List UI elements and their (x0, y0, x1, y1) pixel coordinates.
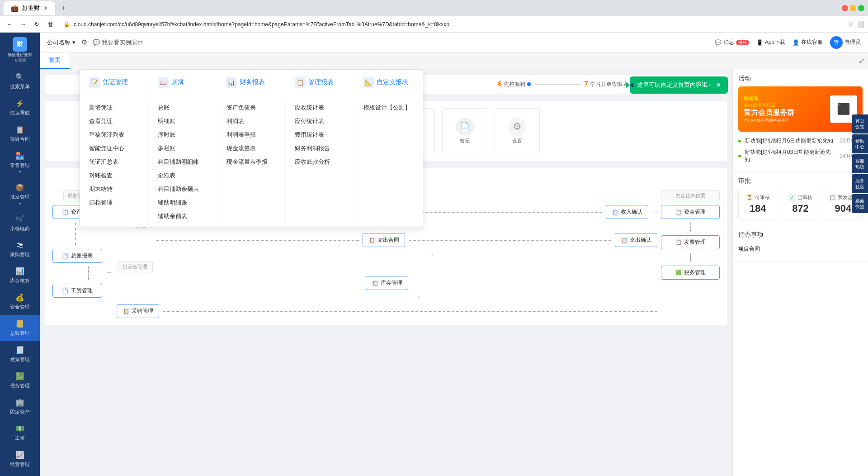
rqa-community[interactable]: 服务社区 (852, 174, 868, 193)
demo-button[interactable]: 💬 我要看实例演示 (93, 38, 143, 47)
wf-salary-mgmt[interactable]: 📋 工资管理 (52, 284, 102, 298)
sidebar-item-search[interactable]: 🔍 搜索菜单 (0, 68, 40, 95)
tab-home[interactable]: 首页 (40, 52, 70, 69)
menu-item-archive[interactable]: 归档管理 (89, 196, 139, 209)
menu-item-view-voucher[interactable]: 查看凭证 (89, 114, 139, 128)
wf-income-confirm[interactable]: 📋 收入确认 (606, 205, 648, 219)
menu-item-template-design[interactable]: 模板设计【公测】 (363, 101, 414, 114)
sidebar-item-project[interactable]: 📋 项目合同 (0, 121, 40, 147)
active-tab[interactable]: 💼 好业财 ✕ (4, 1, 55, 15)
pending-approval-card[interactable]: ⏳ 待审核 184 (738, 189, 777, 219)
address-bar[interactable]: 🔒 cloud.chanjet.com/cc/u6d89qwnryel/57bf… (58, 18, 846, 31)
menu-item-receivable-analysis[interactable]: 应收账款分析 (295, 155, 345, 169)
menu-item-balance[interactable]: 余额表 (158, 169, 208, 182)
menu-item-draft-voucher[interactable]: 草稿凭证列表 (89, 128, 139, 142)
win-close-btn[interactable] (842, 5, 848, 11)
menu-item-smart-voucher[interactable]: 智能凭证中心 (89, 142, 139, 155)
rqa-service[interactable]: 客服热线 (852, 154, 868, 173)
app-download-action[interactable]: 📱 App下载 (756, 38, 785, 46)
step-6-dot (527, 82, 531, 86)
menu-item-new-voucher[interactable]: 新增凭证 (89, 101, 139, 114)
menu-item-payable-stats[interactable]: 应付统计表 (295, 114, 345, 128)
bookmark-icon[interactable]: ☆ (848, 21, 854, 28)
menu-item-aux-detail[interactable]: 辅助明细账 (158, 196, 208, 209)
message-action[interactable]: 💬 消息 99+ (715, 38, 749, 46)
ecommerce-icon: 🛒 (15, 215, 24, 224)
sidebar-item-purchase[interactable]: 🛍 采购管理 (0, 237, 40, 262)
menu-item-cashflow[interactable]: 现金流量表 (226, 142, 277, 155)
wf-invoice-mgmt[interactable]: 📋 发票管理 (661, 235, 720, 249)
menu-item-period-end[interactable]: 期末结转 (89, 182, 139, 196)
procurement-icon: 📋 (123, 308, 130, 315)
activity-banner[interactable]: 畅捷通 享社群专享权益 官方会员服务群 7×15在线答题回答在最佳 ⬛ (738, 86, 863, 132)
back-btn[interactable]: ← (4, 19, 15, 30)
menu-item-profit-report[interactable]: 财务利润报告 (295, 142, 345, 155)
sidebar-item-assets[interactable]: 🏢 固定资产 (0, 394, 40, 420)
sidebar-item-retail[interactable]: 🏪 零售管理 ▾ (0, 147, 40, 179)
assets-icon: 🏢 (15, 398, 24, 407)
approved-count: 872 (786, 203, 815, 214)
win-min-btn[interactable] (850, 5, 856, 11)
mgmt-col-title[interactable]: 📋 管理报表 (295, 77, 345, 88)
wf-inventory[interactable]: 📋 库存管理 (366, 276, 408, 290)
menu-item-voucher-summary[interactable]: 凭证汇总表 (89, 155, 139, 169)
sidebar-item-funds[interactable]: 💰 资金管理 (0, 289, 40, 315)
nav-settings-icon[interactable]: ⚙ (81, 38, 87, 47)
company-selector[interactable]: 公司名称 ▾ (47, 38, 75, 47)
wf-fund-mgmt[interactable]: 📋 资金管理 (661, 205, 720, 219)
wf-ledger-report[interactable]: 📋 总账报表 (52, 249, 102, 263)
menu-item-receivable-stats[interactable]: 应收统计表 (295, 101, 345, 114)
tooltip-close-btn[interactable]: × (717, 81, 721, 89)
rqa-home-settings[interactable]: 首页设置 (852, 114, 868, 133)
icon-cell-settings[interactable]: ⚙ 设置 (495, 108, 540, 153)
menu-item-multi[interactable]: 多栏账 (158, 142, 208, 155)
online-service-action[interactable]: 👤 在线客服 (793, 38, 823, 46)
sidebar-item-inventory[interactable]: 📊 库存核算 (0, 262, 40, 289)
sidebar-item-invoice[interactable]: 🧾 发票管理 (0, 341, 40, 367)
menu-item-cashflow-quarterly[interactable]: 现金流量表季报 (226, 155, 277, 169)
menu-item-income[interactable]: 利润表 (226, 114, 277, 128)
wf-procurement[interactable]: 📋 采购管理 (117, 304, 159, 318)
sidebar-item-management[interactable]: 📈 经营管理 (0, 446, 40, 472)
voucher-col-title[interactable]: 📝 凭证管理 (89, 77, 140, 88)
approved-card[interactable]: ✓ 已审核 872 (781, 189, 820, 219)
icon-cell-4[interactable]: 📄 暂无 (442, 108, 487, 153)
wf-expense-confirm[interactable]: 📋 支出确认 (615, 233, 657, 247)
wf-tax-mgmt[interactable]: 💹 税务管理 (661, 266, 720, 280)
delete-btn[interactable]: 🗑 (44, 19, 56, 30)
wf-expense-contract[interactable]: 📋 支出合同 (363, 233, 405, 247)
finance-col-title[interactable]: 📊 财务报表 (226, 77, 277, 88)
sidebar-item-wholesale[interactable]: 📦 批发管理 ▾ (0, 179, 40, 210)
menu-item-balance-sheet[interactable]: 资产负债表 (226, 101, 277, 114)
new-tab-button[interactable]: + (57, 2, 70, 14)
menu-item-detail[interactable]: 明细账 (158, 114, 208, 128)
forward-btn[interactable]: → (17, 19, 29, 30)
rqa-help[interactable]: 帮助中心 (852, 134, 868, 153)
user-action[interactable]: 管 管理员 (830, 36, 861, 49)
sidebar-item-ecommerce[interactable]: 🛒 小畅电商 (0, 210, 40, 237)
custom-col-title[interactable]: 📐 自定义报表 (363, 77, 414, 88)
menu-item-subject-balance[interactable]: 科目辅助余额表 (158, 182, 208, 196)
extension-icon[interactable]: ⬜ (857, 21, 864, 28)
menu-item-expense-stats[interactable]: 费用统计表 (295, 128, 345, 142)
expand-icon[interactable]: ⤢ (859, 57, 864, 65)
menu-item-aux-balance[interactable]: 辅助余额表 (158, 209, 208, 223)
download-icon: 📱 (756, 39, 763, 46)
sidebar-item-ledger[interactable]: 📒 总账管理 (0, 315, 40, 341)
rqa-desktop[interactable]: 桌面快捷 (852, 194, 868, 213)
news-text-1[interactable]: 新功能|好业财3月6日功能更新抢先知 (745, 137, 836, 145)
tab-close-btn[interactable]: ✕ (43, 5, 48, 11)
menu-item-general[interactable]: 总账 (158, 101, 208, 114)
news-text-2[interactable]: 新功能|好业财4月03日功能更新抢先知 (745, 148, 836, 164)
menu-item-subject-detail[interactable]: 科目辅助明细账 (158, 155, 208, 169)
ledger-col-title[interactable]: 📖 账簿 (158, 77, 208, 88)
win-max-btn[interactable] (858, 5, 864, 11)
refresh-btn[interactable]: ↻ (31, 19, 42, 30)
sidebar-item-quicknav[interactable]: ⚡ 快速导航 (0, 95, 40, 121)
menu-item-income-quarterly[interactable]: 利润表季报 (226, 128, 277, 142)
sidebar-item-tax[interactable]: 💹 税务管理 (0, 367, 40, 394)
menu-item-sequence[interactable]: 序时账 (158, 128, 208, 142)
menu-item-reconcile[interactable]: 对账检查 (89, 169, 139, 182)
todo-item-project[interactable]: 项目合同 (738, 243, 863, 256)
sidebar-item-salary[interactable]: 💵 工资 (0, 420, 40, 446)
